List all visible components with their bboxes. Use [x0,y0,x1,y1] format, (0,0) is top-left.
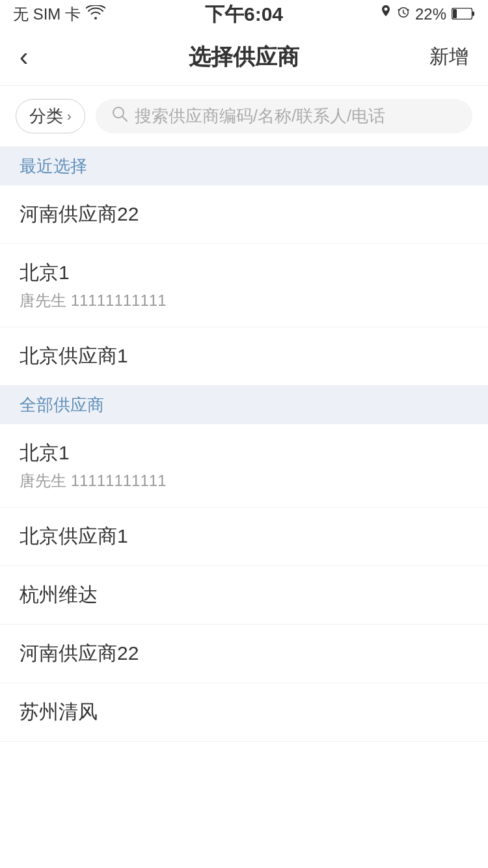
category-label: 分类 [29,105,63,128]
recent-section-header: 最近选择 [0,147,488,185]
status-left: 无 SIM 卡 [13,4,105,25]
status-bar: 无 SIM 卡 下午6:04 22% [0,0,488,29]
recent-section-label: 最近选择 [20,156,87,176]
back-button[interactable]: ‹ [20,42,72,72]
item-name: 苏州清风 [20,699,468,726]
search-input[interactable] [135,106,457,126]
svg-rect-1 [453,9,457,18]
all-list-item[interactable]: 北京供应商1 [0,508,488,566]
recent-list-item[interactable]: 河南供应商22 [0,185,488,244]
svg-rect-2 [472,12,474,16]
all-list-item[interactable]: 苏州清风 [0,683,488,742]
all-items-list: 北京1唐先生 11111111111北京供应商1杭州维达河南供应商22苏州清风 [0,424,488,742]
recent-list-item[interactable]: 北京供应商1 [0,327,488,386]
all-section-label: 全部供应商 [20,395,104,414]
alarm-icon [397,5,410,23]
search-icon [111,105,128,127]
page-title: 选择供应商 [189,42,299,72]
nav-bar: ‹ 选择供应商 新增 [0,29,488,86]
filter-bar: 分类 › [0,86,488,147]
recent-list-item[interactable]: 北京1唐先生 11111111111 [0,244,488,327]
item-name: 杭州维达 [20,582,468,608]
item-name: 北京供应商1 [20,523,468,550]
item-name: 河南供应商22 [20,201,468,228]
carrier-text: 无 SIM 卡 [13,4,81,25]
wifi-icon [86,5,105,23]
svg-line-4 [122,116,127,121]
location-icon [380,5,392,23]
all-list-item[interactable]: 北京1唐先生 11111111111 [0,424,488,508]
battery-text: 22% [415,5,446,23]
chevron-right-icon: › [67,109,72,124]
all-list-item[interactable]: 河南供应商22 [0,625,488,683]
item-sub: 唐先生 11111111111 [20,290,468,311]
search-box [96,99,472,133]
item-sub: 唐先生 11111111111 [20,470,468,491]
battery-icon [452,5,475,23]
status-right: 22% [380,5,475,23]
status-time: 下午6:04 [205,1,283,28]
category-filter[interactable]: 分类 › [16,99,85,133]
item-name: 北京1 [20,440,468,467]
all-list-item[interactable]: 杭州维达 [0,566,488,625]
all-section-header: 全部供应商 [0,386,488,424]
item-name: 河南供应商22 [20,640,468,667]
item-name: 北京供应商1 [20,343,468,370]
item-name: 北京1 [20,260,468,286]
add-button[interactable]: 新增 [416,44,468,70]
recent-items-list: 河南供应商22北京1唐先生 11111111111北京供应商1 [0,185,488,386]
